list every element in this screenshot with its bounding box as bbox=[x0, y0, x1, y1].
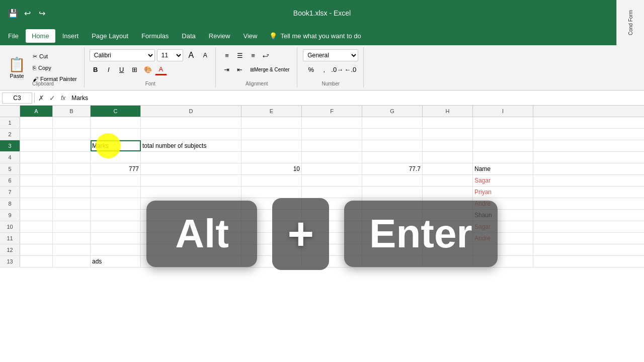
save-button[interactable]: 💾 bbox=[5, 7, 21, 20]
cell-h8[interactable] bbox=[423, 198, 473, 209]
cell-f5[interactable] bbox=[302, 163, 362, 174]
cell-b3[interactable] bbox=[53, 140, 91, 151]
cell-a12[interactable] bbox=[20, 244, 53, 255]
cell-g9[interactable] bbox=[362, 210, 423, 221]
cell-a4[interactable] bbox=[20, 152, 53, 163]
wrap-text-button[interactable]: ⮐ bbox=[260, 49, 272, 61]
menu-view[interactable]: View bbox=[237, 29, 263, 43]
cell-g10[interactable] bbox=[362, 221, 423, 232]
cell-f12[interactable] bbox=[302, 244, 362, 255]
cell-h11[interactable] bbox=[423, 233, 473, 244]
cell-g1[interactable] bbox=[362, 117, 423, 128]
cell-i5[interactable]: Name bbox=[473, 163, 533, 174]
cell-e1[interactable] bbox=[242, 117, 302, 128]
cell-e6[interactable] bbox=[242, 175, 302, 186]
border-button[interactable]: ⊞ bbox=[129, 63, 141, 75]
cell-e4[interactable] bbox=[242, 152, 302, 163]
cell-f11[interactable] bbox=[302, 233, 362, 244]
cell-g13[interactable] bbox=[362, 256, 423, 267]
cell-g5[interactable]: 77.7 bbox=[362, 163, 423, 174]
cell-i7[interactable]: Priyan bbox=[473, 187, 533, 198]
cell-c3[interactable]: Marks bbox=[91, 140, 141, 151]
cell-f7[interactable] bbox=[302, 187, 362, 198]
cell-g3[interactable] bbox=[362, 140, 423, 151]
col-header-h[interactable]: H bbox=[423, 106, 473, 117]
cell-b12[interactable] bbox=[53, 244, 91, 255]
row-num-2[interactable]: 2 bbox=[0, 129, 20, 140]
cell-i8[interactable]: Andre bbox=[473, 198, 533, 209]
cell-e3[interactable] bbox=[242, 140, 302, 151]
cell-d2[interactable] bbox=[141, 129, 242, 140]
cell-h2[interactable] bbox=[423, 129, 473, 140]
cell-a2[interactable] bbox=[20, 129, 53, 140]
decrease-decimal-button[interactable]: ←.0 bbox=[344, 63, 356, 75]
cell-e13[interactable] bbox=[242, 256, 302, 267]
cell-f4[interactable] bbox=[302, 152, 362, 163]
cell-b4[interactable] bbox=[53, 152, 91, 163]
cell-g12[interactable] bbox=[362, 244, 423, 255]
cell-c10[interactable] bbox=[91, 221, 141, 232]
cell-d6[interactable] bbox=[141, 175, 242, 186]
underline-button[interactable]: U bbox=[116, 63, 128, 75]
cell-b7[interactable] bbox=[53, 187, 91, 198]
cell-e12[interactable] bbox=[242, 244, 302, 255]
col-header-i[interactable]: I bbox=[473, 106, 533, 117]
col-header-f[interactable]: F bbox=[302, 106, 362, 117]
cell-d9[interactable] bbox=[141, 210, 242, 221]
cell-h7[interactable] bbox=[423, 187, 473, 198]
merge-center-button[interactable]: ⊞ Merge & Center bbox=[247, 65, 293, 74]
align-center-button[interactable]: ☰ bbox=[234, 49, 246, 61]
paste-button[interactable]: 📋 Paste bbox=[6, 54, 28, 81]
cell-c5[interactable]: 777 bbox=[91, 163, 141, 174]
cancel-formula-button[interactable]: ✗ bbox=[37, 94, 46, 102]
cell-b10[interactable] bbox=[53, 221, 91, 232]
cell-c8[interactable] bbox=[91, 198, 141, 209]
cell-h5[interactable] bbox=[423, 163, 473, 174]
row-num-8[interactable]: 8 bbox=[0, 198, 20, 209]
cell-f3[interactable] bbox=[302, 140, 362, 151]
cell-e11[interactable] bbox=[242, 233, 302, 244]
cell-a3[interactable] bbox=[20, 140, 53, 151]
font-family-select[interactable]: Calibri bbox=[90, 49, 155, 61]
comma-button[interactable]: , bbox=[318, 63, 330, 75]
cell-e8[interactable] bbox=[242, 198, 302, 209]
cell-g7[interactable] bbox=[362, 187, 423, 198]
redo-button[interactable]: ↪ bbox=[36, 7, 48, 20]
row-num-10[interactable]: 10 bbox=[0, 221, 20, 232]
cut-button[interactable]: ✂ Cut bbox=[30, 51, 80, 62]
percent-button[interactable]: % bbox=[305, 63, 317, 75]
row-num-12[interactable]: 12 bbox=[0, 244, 20, 255]
cell-a10[interactable] bbox=[20, 221, 53, 232]
menu-file[interactable]: File bbox=[2, 29, 25, 43]
cell-b9[interactable] bbox=[53, 210, 91, 221]
cell-a1[interactable] bbox=[20, 117, 53, 128]
align-right-button[interactable]: ≡ bbox=[247, 49, 259, 61]
cell-f6[interactable] bbox=[302, 175, 362, 186]
col-header-g[interactable]: G bbox=[362, 106, 423, 117]
menu-insert[interactable]: Insert bbox=[56, 29, 85, 43]
cell-a13[interactable] bbox=[20, 256, 53, 267]
cell-g4[interactable] bbox=[362, 152, 423, 163]
grow-font-button[interactable]: A bbox=[185, 49, 197, 61]
tell-me-field[interactable]: 💡 Tell me what you want to do bbox=[269, 32, 361, 40]
cell-b6[interactable] bbox=[53, 175, 91, 186]
cell-c13[interactable]: ads bbox=[91, 256, 141, 267]
cell-d10[interactable] bbox=[141, 221, 242, 232]
cell-f13[interactable] bbox=[302, 256, 362, 267]
cell-f2[interactable] bbox=[302, 129, 362, 140]
cell-e9[interactable] bbox=[242, 210, 302, 221]
cell-c12[interactable] bbox=[91, 244, 141, 255]
cell-i12[interactable] bbox=[473, 244, 533, 255]
menu-home[interactable]: Home bbox=[26, 29, 55, 43]
cell-b2[interactable] bbox=[53, 129, 91, 140]
font-color-button[interactable]: A bbox=[155, 63, 167, 75]
undo-button[interactable]: ↩ bbox=[21, 7, 34, 20]
cell-i2[interactable] bbox=[473, 129, 533, 140]
cell-b13[interactable] bbox=[53, 256, 91, 267]
row-num-13[interactable]: 13 bbox=[0, 256, 20, 267]
cell-d5[interactable] bbox=[141, 163, 242, 174]
cell-d7[interactable] bbox=[141, 187, 242, 198]
row-num-5[interactable]: 5 bbox=[0, 163, 20, 174]
cell-h4[interactable] bbox=[423, 152, 473, 163]
formula-input[interactable] bbox=[69, 93, 642, 104]
